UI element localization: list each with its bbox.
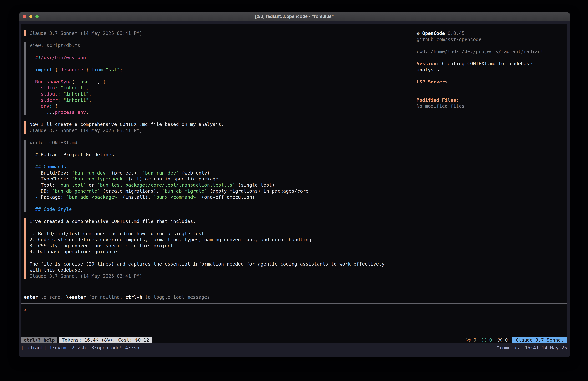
text-segment: ` (142, 170, 145, 176)
text-segment: , (89, 97, 91, 103)
hint-segment: ctrl+h (125, 294, 142, 300)
text-segment: from (91, 67, 103, 72)
text-segment: Package: (38, 194, 66, 200)
status-bar: ctrl+? help Tokens: 16.4K (8%), Cost: $0… (21, 337, 567, 343)
tmux-windows: 1:nvim 2:zsh- 3:opencode* 4:zsh (46, 345, 139, 357)
tokens-cost-badge: Tokens: 16.4K (8%), Cost: $0.12 (59, 337, 152, 343)
message-line: Claude 3.7 Sonnet (14 May 2025 03:41 PM) (30, 30, 417, 37)
text-segment: ([ (72, 79, 78, 85)
text-segment: - (30, 194, 38, 200)
hint-segment: to send, (38, 294, 66, 300)
text-segment: psql (80, 79, 91, 85)
hint-segment: enter (24, 294, 38, 300)
text-segment (61, 97, 63, 103)
sidebar: © OpenCode 0.0.45github.com/sst/opencode… (417, 30, 567, 294)
text-segment: ` (176, 170, 179, 176)
message-line: View: script/db.ts (30, 43, 417, 49)
close-button[interactable] (23, 15, 26, 18)
text-segment: ], { (94, 79, 106, 85)
sidebar-line (417, 43, 567, 49)
message-line: Claude 3.7 Sonnet (14 May 2025 03:41 PM) (30, 273, 417, 279)
text-segment: bunx <command> (156, 194, 196, 200)
message-line: I've created a comprehensive CONTEXT.md … (30, 218, 417, 224)
text-segment: analysis (417, 67, 439, 72)
text-segment: View: script/db.ts (30, 43, 80, 48)
text-segment: ` (105, 170, 108, 176)
text-segment: Test: (38, 182, 58, 188)
text-segment: ` (204, 188, 207, 194)
sidebar-line: LSP Servers (417, 79, 567, 85)
text-segment: TypeCheck: (38, 176, 72, 182)
text-segment: "inherit" (63, 91, 89, 97)
text-segment: github.com/sst/opencode (417, 37, 482, 42)
text-segment: stdout (30, 91, 58, 97)
message-line (30, 158, 417, 164)
assistant-message: Claude 3.7 Sonnet (14 May 2025 03:41 PM) (24, 30, 417, 37)
text-segment: ` (123, 176, 125, 182)
model-badge[interactable]: Claude 3.7 Sonnet (512, 337, 567, 343)
message-line: 2. Code style guidelines covering import… (30, 237, 417, 243)
opencode-tui: Claude 3.7 Sonnet (14 May 2025 03:41 PM)… (21, 24, 567, 343)
message-line: - TypeCheck: `bun run typecheck` (all) o… (30, 176, 417, 182)
tool-message: View: script/db.ts #!/usr/bin/env bun im… (24, 43, 417, 115)
text-segment: ` (196, 194, 198, 200)
text-segment: import (30, 67, 52, 72)
text-segment: : (55, 85, 58, 90)
text-segment: ! (38, 55, 41, 60)
text-segment: "inherit" (63, 97, 89, 103)
message-input[interactable]: > (21, 307, 567, 313)
text-segment: with this codebase. (30, 267, 83, 273)
tmux-window-tab[interactable]: 2:zsh- (72, 345, 89, 351)
message-line: stdout: "inherit", (30, 91, 417, 97)
text-segment: ## Commands (30, 164, 66, 170)
text-segment: The file is concise (20 lines) and captu… (30, 261, 384, 267)
message-line: The file is concise (20 lines) and captu… (30, 261, 417, 267)
tool-message: Write: CONTEXT.md # Radiant Project Guid… (24, 140, 417, 212)
text-segment: 4. Database operations guidance (30, 249, 117, 254)
message-line: stdin: "inherit", (30, 85, 417, 91)
message-line: - Package: `bun add <package>` (install)… (30, 194, 417, 200)
message-line: stderr: "inherit", (30, 97, 417, 103)
tmux-window-tab[interactable]: 4:zsh (125, 345, 139, 351)
text-segment: ` (91, 79, 94, 85)
sidebar-line: Session: Creating CONTEXT.md for codebas… (417, 61, 567, 67)
text-segment: stdin (30, 85, 55, 90)
message-line: Now I'll create a comprehensive CONTEXT.… (30, 121, 417, 128)
text-segment: Modified Files: (417, 97, 459, 103)
text-segment: (all) or run in specific package (125, 176, 218, 182)
chat-messages: Claude 3.7 Sonnet (14 May 2025 03:41 PM)… (21, 30, 417, 294)
window-titlebar[interactable]: [2/3] radiant:3:opencode - "romulus" (19, 12, 570, 21)
text-segment: Build/Dev: (38, 170, 72, 176)
text-segment: Claude 3.7 Sonnet (14 May 2025 03:41 PM) (30, 30, 142, 36)
text-segment (58, 85, 61, 90)
tmux-window-tab[interactable]: 3:opencode* (91, 345, 123, 351)
keybinding-hints: enter to send, \+enter for newline, ctrl… (24, 294, 567, 300)
text-segment: ## Code Style (30, 206, 72, 212)
text-segment: Write: CONTEXT.md (30, 140, 78, 145)
assistant-message: I've created a comprehensive CONTEXT.md … (24, 218, 417, 279)
text-segment: (single test) (235, 182, 275, 188)
zoom-button[interactable] (36, 15, 39, 18)
text-segment: Session (417, 61, 436, 66)
text-segment: # (30, 55, 38, 60)
sidebar-line: © OpenCode 0.0.45 (417, 30, 567, 37)
help-badge[interactable]: ctrl+? help (21, 337, 58, 343)
sidebar-line (417, 85, 567, 91)
text-segment: ` (66, 194, 69, 200)
text-segment: DB: (38, 188, 52, 194)
tmux-window-tab[interactable]: 1:nvim (49, 345, 69, 351)
tmux-left: [radiant] 1:nvim 2:zsh- 3:opencode* 4:zs… (21, 345, 139, 357)
message-line (30, 61, 417, 67)
text-segment: : (58, 91, 61, 97)
text-segment: Resource (61, 67, 83, 72)
message-line: 3. CSS styling conventions specific to t… (30, 243, 417, 249)
minimize-button[interactable] (29, 15, 32, 18)
message-line: - DB: `bun db generate` (create migratio… (30, 188, 417, 194)
text-segment: (web only) (179, 170, 210, 176)
tmux-clock: "romulus" 15:41 14-May-25 (497, 345, 567, 357)
text-segment: process.env (55, 110, 86, 115)
text-segment: stderr (30, 97, 58, 103)
text-segment: bun add <package> (69, 194, 117, 200)
sidebar-line: github.com/sst/opencode (417, 37, 567, 43)
diagnostic-warn-icon: Ⓦ 0 (466, 337, 476, 343)
